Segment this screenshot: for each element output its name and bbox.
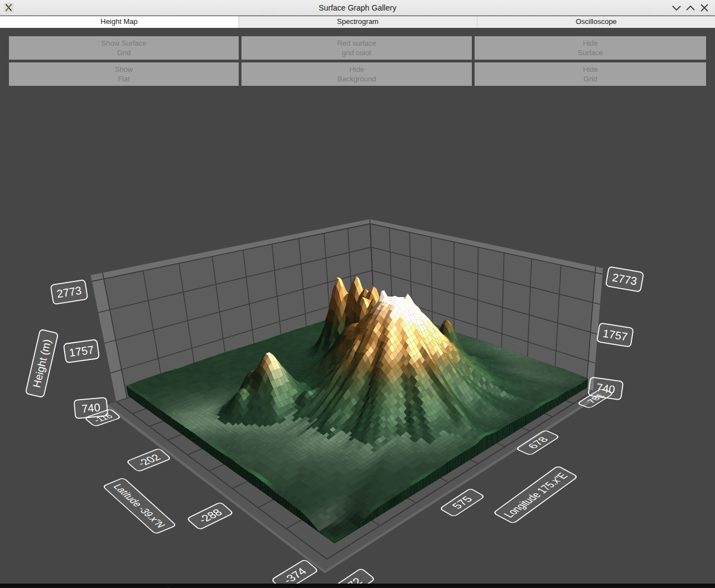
svg-text:Latitude -39.x"N: Latitude -39.x"N xyxy=(111,483,168,529)
svg-text:Longitude 175.x"E: Longitude 175.x"E xyxy=(501,471,570,519)
svg-text:740: 740 xyxy=(81,401,100,415)
svg-text:740: 740 xyxy=(596,381,616,396)
